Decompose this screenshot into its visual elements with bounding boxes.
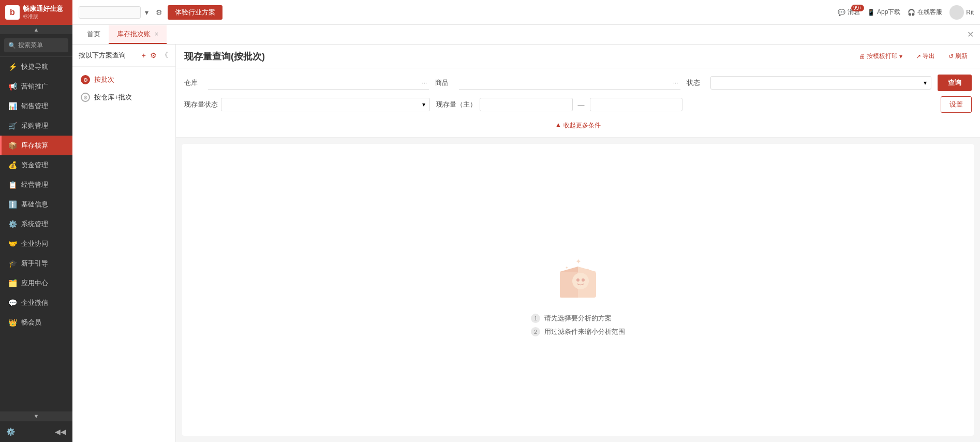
sidebar-item-member[interactable]: 👑 畅会员	[0, 313, 72, 332]
topbar-settings-button[interactable]: ⚙	[154, 6, 165, 19]
tab-close-button[interactable]: ×	[155, 31, 158, 38]
qty-dash: —	[576, 101, 587, 109]
svg-text:✦: ✦	[565, 266, 569, 270]
export-button[interactable]: ↗ 导出	[912, 50, 939, 63]
sidebar-item-label: 畅会员	[21, 318, 41, 327]
settings-icon: ⚙️	[6, 428, 15, 436]
sidebar-item-app-center[interactable]: 🗂️ 应用中心	[0, 273, 72, 293]
sidebar-scroll-down[interactable]: ▼	[0, 411, 72, 421]
sidebar-scroll-up[interactable]: ▲	[0, 25, 72, 34]
sidebar-item-finance[interactable]: 💰 资金管理	[0, 155, 72, 175]
scheme-list: ⚙ 按批次 ⚙ 按仓库+批次	[72, 67, 175, 110]
member-icon: 👑	[8, 318, 17, 327]
filter-row-1: 仓库 ··· 商品 ··· 状态	[184, 75, 972, 91]
status-select[interactable]: ▾	[710, 76, 931, 90]
tab-inventory-batch[interactable]: 库存批次账 ×	[109, 25, 167, 44]
online-service-button[interactable]: 🎧 在线客服	[908, 8, 942, 17]
tab-home[interactable]: 首页	[79, 25, 109, 44]
inventory-qty-to[interactable]	[590, 98, 682, 111]
sidebar-item-system[interactable]: ⚙️ 系统管理	[0, 214, 72, 234]
add-scheme-button[interactable]: +	[141, 50, 147, 61]
svg-point-7	[572, 273, 589, 289]
industry-solution-button[interactable]: 体验行业方案	[168, 5, 222, 20]
sidebar-item-guide[interactable]: 🎓 新手引导	[0, 254, 72, 273]
svg-point-9	[582, 278, 585, 282]
topbar-search-input[interactable]	[79, 6, 141, 19]
sidebar-item-sales[interactable]: 📊 销售管理	[0, 96, 72, 116]
inventory-icon: 📦	[8, 141, 17, 150]
inventory-status-select[interactable]: ▾	[221, 98, 430, 111]
settings-button[interactable]: 设置	[941, 96, 972, 113]
chevron-down-icon: ▾	[899, 53, 902, 60]
sidebar-item-quick-nav[interactable]: ⚡ 快捷导航	[0, 57, 72, 77]
print-button[interactable]: 🖨 按模板打印 ▾	[855, 50, 907, 63]
warehouse-filter: 仓库 ···	[184, 77, 429, 90]
close-all-tabs-button[interactable]: ✕	[967, 30, 974, 39]
empty-tips: 1 请先选择要分析的方案 2 用过滤条件来缩小分析范围	[531, 314, 625, 336]
topbar-search-area: ▾	[79, 6, 151, 19]
marketing-icon: 📢	[8, 82, 17, 91]
warehouse-label: 仓库	[184, 78, 205, 87]
inventory-qty-from[interactable]	[480, 98, 572, 111]
plus-icon: +	[142, 51, 146, 60]
sidebar-item-marketing[interactable]: 📢 营销推广	[0, 77, 72, 96]
sidebar-item-operations[interactable]: 📋 经营管理	[0, 175, 72, 195]
enterprise-icon: 🤝	[8, 239, 17, 248]
filter-row-2: 现存量状态 ▾ 现存量（主） — 设置	[184, 96, 972, 113]
main-area: ▾ ⚙ 体验行业方案 💬 消息 99+ 📱 App下载 🎧 在线客服	[72, 0, 980, 442]
scheme-item-by-warehouse-batch[interactable]: ⚙ 按仓库+批次	[72, 89, 175, 106]
app-download-button[interactable]: 📱 App下载	[867, 8, 900, 17]
scheme-settings-button[interactable]: ⚙	[149, 50, 158, 61]
sales-icon: 📊	[8, 101, 17, 111]
topbar-left: ▾ ⚙ 体验行业方案	[79, 5, 834, 20]
inventory-qty-label: 现存量（主）	[436, 100, 477, 109]
left-panel-header: 按以下方案查询 + ⚙ 《	[72, 45, 175, 67]
sidebar-item-label: 库存核算	[21, 141, 48, 150]
product-input[interactable]: ···	[459, 77, 680, 90]
status-filter: 状态 ▾	[687, 76, 931, 90]
tab-home-label: 首页	[87, 30, 100, 39]
sidebar-item-enterprise[interactable]: 🤝 企业协同	[0, 234, 72, 254]
collapse-filters-button[interactable]: ▲ 收起更多条件	[184, 118, 972, 131]
basic-info-icon: ℹ️	[8, 200, 17, 209]
warehouse-input[interactable]: ···	[208, 77, 429, 90]
collapse-left-icon: 《	[161, 51, 168, 59]
query-button[interactable]: 查询	[938, 75, 972, 91]
chevron-down-icon: ▾	[422, 101, 425, 108]
settings-button[interactable]: ⚙️	[4, 425, 17, 438]
app-logo: b	[5, 5, 20, 20]
scheme-item-by-batch[interactable]: ⚙ 按批次	[72, 71, 175, 89]
sidebar-item-label: 新手引导	[21, 259, 48, 268]
sidebar-item-inventory[interactable]: 📦 库存核算	[0, 136, 72, 155]
sidebar-search-area: 🔍 搜索菜单	[0, 34, 72, 57]
inventory-qty-filter: 现存量（主） —	[436, 98, 682, 111]
scheme-label-by-warehouse-batch: 按仓库+批次	[94, 93, 132, 102]
empty-state: ✦ ✦ ✦ 1 请先选择要分析的方案	[182, 144, 974, 436]
refresh-button[interactable]: ↺ 刷新	[944, 50, 972, 63]
filter-section: 仓库 ··· 商品 ··· 状态	[176, 68, 980, 138]
sidebar-item-wechat[interactable]: 💬 企业微信	[0, 293, 72, 313]
avatar	[949, 5, 964, 20]
left-panel: 按以下方案查询 + ⚙ 《 ⚙	[72, 45, 176, 442]
svg-text:✦: ✦	[575, 257, 582, 266]
chevron-up-icon: ▲	[555, 121, 561, 130]
sidebar-item-label: 企业协同	[21, 239, 48, 248]
gear-icon: ⚙	[156, 8, 162, 17]
tip-num-2: 2	[531, 327, 540, 336]
collapse-left-panel-button[interactable]: 《	[160, 50, 169, 61]
svg-text:✦: ✦	[586, 267, 590, 273]
sidebar-item-label: 营销推广	[21, 82, 48, 91]
search-menu-button[interactable]: 🔍 搜索菜单	[4, 38, 68, 52]
sidebar-item-label: 销售管理	[21, 101, 48, 111]
content-area: 按以下方案查询 + ⚙ 《 ⚙	[72, 45, 980, 442]
user-profile[interactable]: Rit	[949, 5, 974, 20]
topbar-dropdown-button[interactable]: ▾	[143, 6, 151, 19]
collapse-sidebar-button[interactable]: ◀◀	[53, 425, 68, 438]
page-title: 现存量查询(按批次)	[184, 50, 265, 63]
message-button[interactable]: 💬 消息 99+	[838, 8, 860, 17]
app-center-icon: 🗂️	[8, 278, 17, 288]
sidebar-item-purchase[interactable]: 🛒 采购管理	[0, 116, 72, 136]
sidebar-item-basic-info[interactable]: ℹ️ 基础信息	[0, 195, 72, 214]
left-panel-actions: + ⚙ 《	[141, 50, 169, 61]
chevron-down-icon: ▾	[924, 79, 927, 86]
